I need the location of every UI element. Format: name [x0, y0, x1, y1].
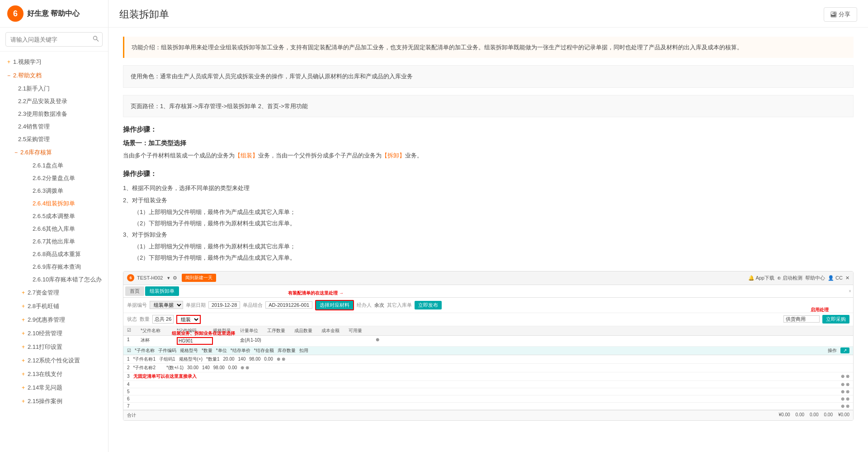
sidebar-item-ops[interactable]: + 2.10经营管理: [14, 327, 108, 340]
sidebar-item-stockquery[interactable]: 2.6.9库存账本查询: [29, 261, 108, 273]
table-footer: 合计 ¥0.00 0.00 0.00 0.00 ¥0.00: [123, 410, 853, 420]
lower-row3: 3 无固定清单可以在这里直接录入 ⊕ ⊗: [123, 372, 853, 381]
step3-sub2: （2）下部明细为子件明细，最终作为产成品生成其它入库单。: [123, 252, 854, 264]
sidebar-item-data[interactable]: 2.3使用前数据准备: [14, 108, 108, 120]
intro-block: 功能介绍：组装拆卸单用来处理企业组装或拆卸等加工业务，支持有固定装配清单的产品加…: [123, 37, 854, 58]
lower-table-body: 1 *子件名称1 子组码1 规格型号(+) *数量1 20.00 140 98.…: [123, 355, 853, 410]
generate-btn: 立即发布: [415, 301, 442, 309]
confirm-btn: 立即采购: [822, 315, 849, 324]
sidebar-item-outother[interactable]: 2.6.7其他出库单: [29, 235, 108, 248]
step2-sub2: （2）下部明细为子件明细，最终作为原材料生成其它出库单。: [123, 218, 854, 229]
logo-icon: 6: [7, 5, 24, 22]
form-row2: 状态 数量 总共 26 组装 拆卸 组装业务、拆卸业务在这里选择 供货商: [123, 313, 853, 326]
lower-row5: 5 ⊕ ⊗: [123, 388, 853, 395]
lower-row4: 4 ⊕ ⊗: [123, 381, 853, 388]
page-title: 组装拆卸单: [119, 8, 169, 21]
logo-area: 6 好生意 帮助中心: [0, 0, 108, 28]
share-icon: [830, 11, 837, 18]
sidebar-item-inventory[interactable]: − 2.6库存核算: [14, 146, 108, 159]
sidebar-item-adjust[interactable]: 2.6.3调拨单: [29, 185, 108, 197]
sidebar-item-new[interactable]: 2.1新手入门: [14, 82, 108, 95]
svg-line-1: [97, 39, 99, 42]
sidebar-item-finance[interactable]: + 2.7资金管理: [14, 286, 108, 300]
lower-row6: 6 ⊕ ⊗: [123, 395, 853, 403]
main-content: 组装拆卸单 分享 功能介绍：组装拆卸单用来处理企业组装或拆卸等加工业务，支持有固…: [108, 0, 868, 452]
sidebar-item-coupon[interactable]: + 2.9优惠券管理: [14, 313, 108, 327]
sidebar-item-stocktake[interactable]: 2.6.1盘点单: [29, 159, 108, 172]
sidebar-item-print[interactable]: + 2.11打印设置: [14, 340, 108, 354]
sidebar-item-install[interactable]: 2.2产品安装及登录: [14, 95, 108, 108]
main-header: 组装拆卸单 分享: [108, 0, 868, 28]
tab-assembly: 组装拆卸单: [145, 286, 179, 296]
lower-row7: 7 ⊕ ⊗: [123, 403, 853, 410]
sidebar-item-inother[interactable]: 2.6.6其他入库单: [29, 223, 108, 235]
sidebar-item-mobile[interactable]: + 2.8手机旺铺: [14, 300, 108, 313]
tab-home: 首页: [125, 286, 144, 296]
sidebar-item-costadj[interactable]: 2.6.5成本调整单: [29, 210, 108, 223]
expand-btn: ↗: [840, 347, 849, 353]
search-input[interactable]: [5, 32, 103, 47]
app-logo-sm: 6: [127, 274, 134, 281]
svg-point-0: [94, 36, 97, 40]
step3: 3、对于拆卸业务: [123, 229, 854, 241]
logo-text: 好生意 帮助中心: [27, 9, 80, 19]
lower-row2: 2 *子件名称2 *(数+/-1) 30.00 140 98.00 0.00 ⊕…: [123, 364, 853, 372]
screenshot-mock: 6 TEST-H002 ▾ ⚙ 闻到新建一天 🔔 App下载 ⊕ 启动检测 帮助…: [123, 271, 853, 420]
sidebar-item-faq[interactable]: + 2.14常见问题: [14, 381, 108, 395]
step2-sub1: （1）上部明细为父件明细，最终作为产成品生成其它入库单；: [123, 207, 854, 218]
upper-table-row1: 1 冰杯 HG901 盒(共1-10) ⊕: [123, 336, 853, 347]
form-row1: 单据编号 组装单据 单据日期 2019-12-28 单品组合 AD-201912…: [123, 298, 853, 313]
sidebar-item-video[interactable]: + 1.视频学习: [0, 55, 108, 69]
sidebar-item-docs[interactable]: − 2.帮助文档: [0, 69, 108, 82]
ops-label: 操作步骤：: [123, 170, 854, 178]
role-block: 使用角色：通常由生产人员或库管人员完成拆装业务的操作，库管人员确认原材料的出库和…: [123, 65, 854, 87]
step2: 2、对于组装业务: [123, 195, 854, 206]
sidebar: 6 好生意 帮助中心 + 1.视频学习 − 2.帮助文档 2.1新手入门: [0, 0, 108, 452]
ops-title: 操作步骤：: [123, 125, 854, 134]
sidebar-item-allocate[interactable]: 2.6.2分量盘点单: [29, 172, 108, 185]
step3-sub1: （1）上部明细为父件明细，最终作为原材料生成其它出库单；: [123, 241, 854, 252]
scene1-desc: 当由多个子件材料组装成一个成品的业务为【组装】业务，当由一个父件拆分成多个子产品…: [123, 150, 854, 162]
sidebar-item-purchase[interactable]: 2.5采购管理: [14, 133, 108, 146]
sidebar-item-custom[interactable]: + 2.12系统个性化设置: [14, 354, 108, 367]
sidebar-item-assembly[interactable]: 2.6.4组装拆卸单: [29, 197, 108, 210]
content-area: 功能介绍：组装拆卸单用来处理企业组装或拆卸等加工业务，支持有固定装配清单的产品加…: [108, 28, 868, 452]
search-icon: [93, 36, 99, 42]
sidebar-item-costcalc[interactable]: 2.6.8商品成本重算: [29, 248, 108, 261]
search-area: [0, 28, 108, 52]
sidebar-item-pay[interactable]: + 2.13在线支付: [14, 367, 108, 381]
path-block: 页面路径：1、库存核算->库存管理->组装拆卸单 2、首页->常用功能: [123, 95, 854, 117]
biz-type-select[interactable]: 组装 拆卸: [176, 315, 201, 324]
steps: 1、根据不同的业务，选择不同单据的类型来处理 2、对于组装业务 （1）上部明细为…: [123, 183, 854, 264]
app-tabs: 首页 组装拆卸单 ×: [123, 285, 853, 298]
sidebar-item-case[interactable]: + 2.15操作案例: [14, 395, 108, 408]
sidebar-item-sales[interactable]: 2.4销售管理: [14, 120, 108, 133]
nav-tree: + 1.视频学习 − 2.帮助文档 2.1新手入门 2.2产品安装及登录 2.3…: [0, 52, 108, 452]
scene1-title: 场景一：加工类型选择: [123, 139, 854, 147]
lower-table-header: ☑ *子件名称 子件编码 规格型号 *数量 *单位 *结存单价 *结存金额 库存…: [123, 347, 853, 355]
share-button[interactable]: 分享: [824, 7, 857, 22]
search-button[interactable]: [93, 36, 99, 43]
step1: 1、根据不同的业务，选择不同单据的类型来处理: [123, 183, 854, 194]
screenshot-container: 6 TEST-H002 ▾ ⚙ 闻到新建一天 🔔 App下载 ⊕ 启动检测 帮助…: [123, 271, 854, 421]
form-type-select[interactable]: 组装单据: [150, 301, 183, 309]
lower-row1: 1 *子件名称1 子组码1 规格型号(+) *数量1 20.00 140 98.…: [123, 355, 853, 364]
select-btn: 选择对应材料: [315, 300, 354, 310]
sidebar-item-stockerr[interactable]: 2.6.10库存账本错了怎么办: [29, 273, 108, 286]
app-orange-btn: 闻到新建一天: [182, 274, 216, 282]
